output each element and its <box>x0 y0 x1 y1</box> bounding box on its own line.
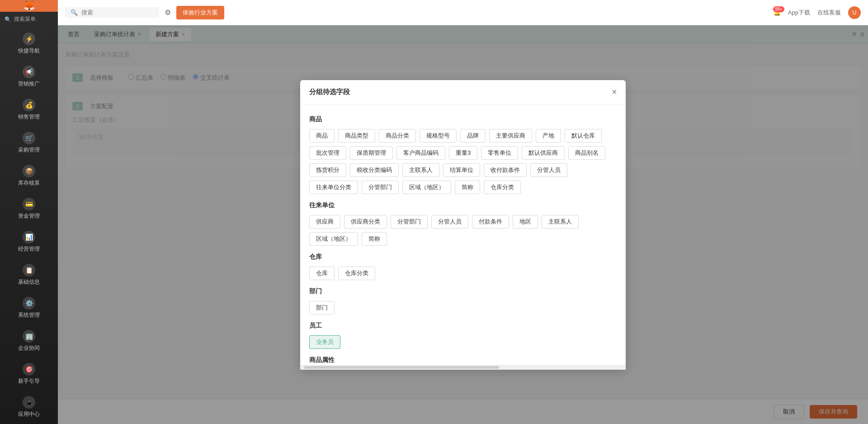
field-brand[interactable]: 品牌 <box>460 129 486 143</box>
sidebar-item-label: 新手引导 <box>18 377 40 385</box>
field-area[interactable]: 地区 <box>513 215 538 229</box>
sidebar-item-basic[interactable]: 📋 基础信息 <box>0 258 58 291</box>
section-warehouse-title: 仓库 <box>309 253 617 261</box>
modal-horizontal-scrollbar[interactable] <box>300 365 626 370</box>
sidebar-item-label: 营销推广 <box>18 80 40 88</box>
field-product-type[interactable]: 商品类型 <box>338 129 375 143</box>
field-product-alias[interactable]: 商品别名 <box>568 146 605 160</box>
modal-close-btn[interactable]: × <box>612 87 617 97</box>
sidebar-item-label: 经营管理 <box>18 245 40 253</box>
field-dept[interactable]: 分管部门 <box>391 215 428 229</box>
sidebar-logo: 🦊 <box>0 0 58 12</box>
finance-icon: 💳 <box>23 198 35 210</box>
appcenter-icon: 📱 <box>23 396 35 409</box>
sidebar-item-quick-nav[interactable]: ⚡ 快捷导航 <box>0 27 58 60</box>
field-spec-type[interactable]: 规格型号 <box>420 129 457 143</box>
notification-badge[interactable]: 🔔 99+ <box>774 9 781 16</box>
user-avatar[interactable]: U <box>848 6 861 19</box>
field-origin-unit-category[interactable]: 往来单位分类 <box>309 181 358 194</box>
field-short-name2[interactable]: 简称 <box>362 232 387 246</box>
section-department-title: 部门 <box>309 287 617 295</box>
sidebar-item-operations[interactable]: 📊 经营管理 <box>0 225 58 258</box>
section-product-title: 商品 <box>309 115 617 124</box>
sidebar-item-guide[interactable]: 🎯 新手引导 <box>0 357 58 391</box>
field-product-category[interactable]: 商品分类 <box>379 129 416 143</box>
sidebar-item-appcenter[interactable]: 📱 应用中心 <box>0 391 58 424</box>
field-main-contact2[interactable]: 主联系人 <box>542 215 579 229</box>
guide-icon: 🎯 <box>23 363 35 376</box>
section-counterparty-title: 往来单位 <box>309 201 617 210</box>
section-product-attr-title: 商品属性 <box>309 356 617 364</box>
sidebar-item-label: 企业协同 <box>18 344 40 352</box>
sidebar-item-corp[interactable]: 🏢 企业协同 <box>0 324 58 357</box>
field-customer-code[interactable]: 客户商品编码 <box>396 146 445 160</box>
modal-title: 分组待选字段 <box>309 88 350 96</box>
field-region2[interactable]: 区域（地区） <box>309 232 358 246</box>
section-staff-fields: 业务员 <box>309 335 617 349</box>
purchase-icon: 🛒 <box>23 132 35 144</box>
field-supervisor[interactable]: 分管人员 <box>530 163 567 177</box>
field-shelf-life[interactable]: 保质期管理 <box>350 146 393 160</box>
field-product[interactable]: 商品 <box>309 129 335 143</box>
sidebar-item-system[interactable]: ⚙️ 系统管理 <box>0 291 58 324</box>
field-main-supplier[interactable]: 主要供应商 <box>489 129 532 143</box>
field-default-supplier[interactable]: 默认供应商 <box>522 146 565 160</box>
field-wh[interactable]: 仓库 <box>309 267 335 280</box>
sidebar-item-inventory[interactable]: 📦 库存核算 <box>0 159 58 192</box>
field-supervisor2[interactable]: 分管人员 <box>431 215 468 229</box>
inventory-icon: 📦 <box>23 165 35 177</box>
field-tax-code[interactable]: 税收分类编码 <box>350 163 399 177</box>
field-payment-terms[interactable]: 收付款条件 <box>484 163 527 177</box>
header-search-box[interactable]: 🔍 <box>65 7 159 18</box>
sidebar-item-label: 采购管理 <box>18 146 40 154</box>
field-default-warehouse[interactable]: 默认仓库 <box>565 129 602 143</box>
sidebar-item-label: 销售管理 <box>18 113 40 121</box>
field-wh-category[interactable]: 仓库分类 <box>338 267 375 280</box>
modal-body: 商品 商品 商品类型 商品分类 规格型号 品牌 主要供应商 产地 默认仓库 批次… <box>300 105 626 365</box>
basic-icon: 📋 <box>23 264 35 276</box>
field-settle-unit[interactable]: 结算单位 <box>443 163 480 177</box>
field-select-modal: 分组待选字段 × 商品 商品 商品类型 商品分类 规格型号 品牌 主要供应商 产… <box>300 80 626 370</box>
modal-header: 分组待选字段 × <box>300 80 626 105</box>
system-icon: ⚙️ <box>23 297 35 310</box>
sidebar-item-purchase[interactable]: 🛒 采购管理 <box>0 126 58 159</box>
field-dept2[interactable]: 部门 <box>309 301 335 314</box>
field-pick-score[interactable]: 拣货积分 <box>309 163 346 177</box>
sidebar-item-label: 库存核算 <box>18 179 40 187</box>
sidebar: 🦊 🔍 搜索菜单 ⚡ 快捷导航 📢 营销推广 💰 销售管理 🛒 采购管理 📦 库… <box>0 0 58 424</box>
field-weight3[interactable]: 重量3 <box>449 146 477 160</box>
sidebar-item-label: 快捷导航 <box>18 47 40 55</box>
logo-icon: 🦊 <box>23 0 35 12</box>
search-icon: 🔍 <box>5 16 11 23</box>
field-supplier-category[interactable]: 供应商分类 <box>344 215 387 229</box>
modal-overlay: 分组待选字段 × 商品 商品 商品类型 商品分类 规格型号 品牌 主要供应商 产… <box>58 25 868 424</box>
field-batch-mgmt[interactable]: 批次管理 <box>309 146 346 160</box>
sidebar-item-sales[interactable]: 💰 销售管理 <box>0 93 58 126</box>
field-retail-unit[interactable]: 零售单位 <box>481 146 518 160</box>
field-mgmt-dept[interactable]: 分管部门 <box>362 181 399 194</box>
sidebar-item-finance[interactable]: 💳 资金管理 <box>0 192 58 225</box>
field-origin[interactable]: 产地 <box>536 129 561 143</box>
experience-btn[interactable]: 体验行业方案 <box>176 6 224 19</box>
quick-nav-icon: ⚡ <box>23 33 35 45</box>
notification-count: 99+ <box>773 6 784 12</box>
section-product-fields: 商品 商品类型 商品分类 规格型号 品牌 主要供应商 产地 默认仓库 批次管理 … <box>309 129 617 194</box>
modal-scrollbar-thumb <box>304 366 499 369</box>
field-salesperson[interactable]: 业务员 <box>309 335 340 349</box>
field-short-name[interactable]: 简称 <box>455 181 480 194</box>
app-download-link[interactable]: App下载 <box>788 9 810 17</box>
header-right: 🔔 99+ App下载 在线客服 U <box>774 6 861 19</box>
sidebar-search-label: 搜索菜单 <box>14 15 36 23</box>
field-supplier[interactable]: 供应商 <box>309 215 340 229</box>
sidebar-item-label: 应用中心 <box>18 410 40 418</box>
header-search-input[interactable] <box>81 9 154 16</box>
sidebar-item-marketing[interactable]: 📢 营销推广 <box>0 60 58 93</box>
field-region[interactable]: 区域（地区） <box>402 181 451 194</box>
online-service-link[interactable]: 在线客服 <box>817 9 841 17</box>
header-gear-icon[interactable]: ⚙ <box>165 8 171 17</box>
field-main-contact[interactable]: 主联系人 <box>402 163 439 177</box>
field-warehouse-category[interactable]: 仓库分类 <box>484 181 521 194</box>
header: 🔍 ⚙ 体验行业方案 🔔 99+ App下载 在线客服 U <box>58 0 868 25</box>
sidebar-search-btn[interactable]: 🔍 搜索菜单 <box>0 12 58 27</box>
field-payment-cond[interactable]: 付款条件 <box>472 215 509 229</box>
